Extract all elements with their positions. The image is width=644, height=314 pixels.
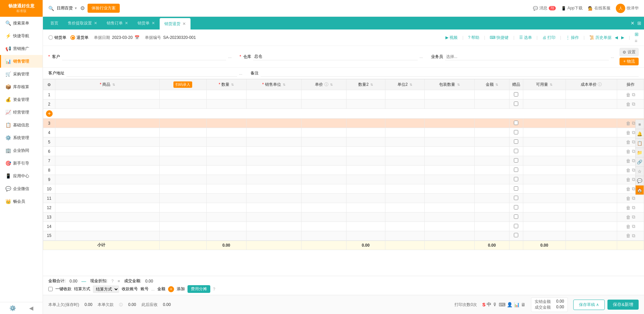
fee-split-btn[interactable]: 费用分摊 <box>187 285 210 293</box>
unit-price-cell[interactable] <box>302 212 346 222</box>
keyboard-icon2[interactable]: ⌨ <box>499 302 505 307</box>
sidebar-item-shortcut[interactable]: ⚡快捷导航 <box>0 29 43 42</box>
grid-view-btn[interactable]: ⊞ <box>635 32 639 37</box>
unit2-cell[interactable] <box>385 119 425 128</box>
remarks-input[interactable] <box>261 70 639 77</box>
unit-price-cell[interactable] <box>302 119 346 128</box>
delete-row-btn[interactable]: 🗑 <box>626 168 631 173</box>
salesperson-dots[interactable]: ... <box>611 54 614 59</box>
sales-unit-cell[interactable] <box>246 147 302 156</box>
amount-cell[interactable] <box>475 194 509 203</box>
unit2-cell[interactable] <box>385 175 425 184</box>
unit2-cell[interactable] <box>385 147 425 156</box>
unit-price-cell[interactable] <box>302 100 346 109</box>
gift-checkbox[interactable] <box>514 205 518 209</box>
cost-price-cell[interactable] <box>566 175 617 184</box>
quantity2-cell[interactable] <box>346 222 385 231</box>
gift-checkbox[interactable] <box>514 121 518 125</box>
available-cell[interactable] <box>523 231 566 241</box>
amount-cell[interactable] <box>475 184 509 194</box>
cost-price-cell[interactable] <box>566 137 617 147</box>
product-cell[interactable] <box>55 184 160 194</box>
copy-row-btn[interactable]: ⧉ <box>632 205 635 210</box>
zhong-icon[interactable]: 中 <box>487 302 491 308</box>
available-cell[interactable] <box>523 212 566 222</box>
delete-row-btn[interactable]: 🗑 <box>626 233 631 238</box>
product-cell[interactable] <box>55 166 160 175</box>
quantity-cell[interactable] <box>206 222 246 231</box>
cost-price-cell[interactable] <box>566 194 617 203</box>
cost-price-cell[interactable] <box>566 212 617 222</box>
mic-icon[interactable]: 🎙 <box>493 302 497 307</box>
delete-row-btn[interactable]: 🗑 <box>626 196 631 201</box>
gift-checkbox[interactable] <box>514 149 518 153</box>
rp-btn-8[interactable]: 🏠 <box>636 185 644 194</box>
select-order-btn[interactable]: ☰ 选单 <box>519 35 532 41</box>
rp-btn-6[interactable]: ☆ <box>636 167 644 176</box>
sales-unit-cell[interactable] <box>246 222 302 231</box>
unit2-cell[interactable] <box>385 212 425 222</box>
sales-unit-cell[interactable] <box>246 100 302 109</box>
pack-qty-cell[interactable] <box>424 194 475 203</box>
product-cell[interactable] <box>55 100 160 109</box>
sort-product-icon[interactable]: ⇅ <box>112 83 115 86</box>
available-cell[interactable] <box>523 137 566 147</box>
sort-amount-icon[interactable]: ⇅ <box>495 83 498 86</box>
gift-checkbox[interactable] <box>514 196 518 200</box>
available-cell[interactable] <box>523 175 566 184</box>
unit2-cell[interactable] <box>385 100 425 109</box>
sidebar-item-newuser[interactable]: 🎯新手引导 <box>0 157 43 170</box>
address-input[interactable] <box>66 70 237 77</box>
available-cell[interactable] <box>523 166 566 175</box>
gift-checkbox[interactable] <box>514 214 518 219</box>
sales-unit-cell[interactable] <box>246 128 302 137</box>
tab-close-icon[interactable]: ✕ <box>631 20 635 26</box>
print-btn[interactable]: 🖨 打印 <box>542 35 555 41</box>
cost-price-cell[interactable] <box>566 222 617 231</box>
available-cell[interactable] <box>523 222 566 231</box>
cost-price-cell[interactable] <box>566 128 617 137</box>
cost-price-cell[interactable] <box>566 231 617 241</box>
save-new-btn[interactable]: 保存&新增 <box>607 300 639 310</box>
quantity2-cell[interactable] <box>346 128 385 137</box>
quantity2-cell[interactable] <box>346 175 385 184</box>
unit-price-cell[interactable] <box>302 147 346 156</box>
tab-close-sales-order[interactable]: ✕ <box>125 21 128 25</box>
tab-sales[interactable]: 销货单✕ <box>133 17 160 29</box>
copy-row-btn[interactable]: ⧉ <box>632 101 635 107</box>
delete-row-btn[interactable]: 🗑 <box>626 224 631 229</box>
rp-btn-5[interactable]: 🔗 <box>636 157 644 167</box>
available-cell[interactable] <box>523 119 566 128</box>
available-cell[interactable] <box>523 128 566 137</box>
radio-sales[interactable]: 销货单 <box>48 35 66 41</box>
account-dots[interactable]: ... <box>151 287 155 292</box>
address-dots[interactable]: ... <box>239 71 243 76</box>
rp-btn-1[interactable]: ≡ <box>636 120 644 129</box>
copy-row-btn[interactable]: ⧉ <box>632 224 635 229</box>
sort-price-icon[interactable]: ⇅ <box>330 83 333 86</box>
tab-close-price-setting[interactable]: ✕ <box>94 21 97 25</box>
add-row-btn[interactable]: + <box>46 110 53 117</box>
pack-qty-cell[interactable] <box>424 128 475 137</box>
quantity2-cell[interactable] <box>346 119 385 128</box>
date-value[interactable]: 2023-03-20 <box>112 35 132 40</box>
save-draft-btn[interactable]: 保存草稿 ∧ <box>573 300 605 310</box>
quantity2-cell[interactable] <box>346 147 385 156</box>
price-info-icon[interactable]: ⓘ <box>324 82 328 87</box>
warehouse-input[interactable] <box>253 53 418 60</box>
tab-expand-icon[interactable]: ⊞ <box>637 20 641 26</box>
rp-btn-4[interactable]: 📁 <box>636 148 644 157</box>
salesperson-input[interactable] <box>445 53 609 60</box>
quantity-cell[interactable] <box>206 119 246 128</box>
th-settings[interactable]: ⚙ <box>43 79 55 90</box>
video-btn[interactable]: ▶ 视频 <box>445 35 458 41</box>
pack-qty-cell[interactable] <box>424 166 475 175</box>
gift-checkbox[interactable] <box>514 186 518 191</box>
quantity2-cell[interactable] <box>346 212 385 222</box>
unit2-cell[interactable] <box>385 203 425 212</box>
amount-cell[interactable] <box>475 166 509 175</box>
gift-checkbox[interactable] <box>514 92 518 97</box>
settlement-select[interactable]: 结算方式 <box>93 286 119 293</box>
cost-price-cell[interactable] <box>566 90 617 100</box>
quantity-cell[interactable] <box>206 156 246 166</box>
